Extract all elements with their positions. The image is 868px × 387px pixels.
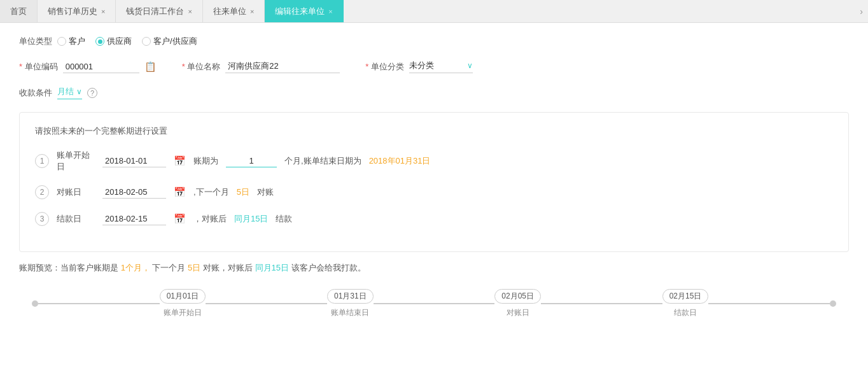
tab-edit-partner-close[interactable]: ×	[328, 8, 332, 15]
step-3-desc-after: 结款	[276, 213, 292, 225]
tab-bar-more[interactable]: ›	[855, 0, 868, 22]
preview-period: 1个月，	[121, 263, 150, 272]
timeline-label-4: 结款日	[674, 307, 697, 318]
unit-category-field: 单位分类 未分类 ∨	[365, 60, 473, 73]
preview-suffix: 该客户会给我打款。	[291, 263, 366, 272]
tab-edit-partner[interactable]: 编辑往来单位 ×	[265, 0, 343, 22]
radio-both[interactable]: 客户/供应商	[142, 36, 197, 47]
step-1-label: 账单开始日	[57, 150, 95, 172]
timeline-node-4: 02月15日 结款日	[662, 289, 709, 318]
timeline: 01月01日 账单开始日 01月31日 账单结束日 02月05日 对账日 02月…	[19, 289, 849, 318]
tab-sales-history-close[interactable]: ×	[101, 8, 105, 15]
unit-code-label: 单位编码	[19, 61, 58, 73]
timeline-label-1: 账单开始日	[164, 307, 202, 318]
timeline-seg-5	[708, 303, 830, 304]
step-2-desc-before: ,下一个月	[193, 186, 229, 198]
tab-home-label: 首页	[10, 6, 27, 17]
tab-cash-work-label: 钱货日清工作台	[126, 6, 184, 17]
radio-supplier[interactable]: 供应商	[95, 36, 132, 47]
timeline-badge-3: 02月05日	[494, 289, 541, 304]
step-1-num: 1	[35, 154, 49, 168]
unit-type-label: 单位类型	[19, 36, 52, 47]
tab-cash-work-close[interactable]: ×	[188, 8, 192, 15]
tab-partner-unit-close[interactable]: ×	[250, 8, 254, 15]
period-input[interactable]	[226, 155, 277, 167]
timeline-seg-4	[541, 303, 662, 304]
unit-category-dropdown[interactable]: 未分类 ∨	[409, 60, 473, 73]
step-1-cal-icon[interactable]: 📅	[174, 155, 186, 167]
tab-partner-unit[interactable]: 往来单位 ×	[203, 0, 265, 22]
help-icon[interactable]: ?	[87, 88, 97, 98]
step-3-highlight: 同月15日	[234, 213, 268, 225]
preview-mid: 下一个月	[152, 263, 185, 272]
unit-info-row: 单位编码 📋 单位名称 单位分类 未分类 ∨	[19, 60, 849, 73]
step-1-desc-before: 账期为	[193, 155, 218, 167]
main-content: 单位类型 客户 供应商 客户/供应商 单位编码 📋	[0, 23, 868, 387]
preview-day5: 5日	[188, 263, 200, 272]
tab-edit-partner-label: 编辑往来单位	[275, 6, 325, 17]
timeline-badge-1: 01月01日	[160, 289, 206, 304]
timeline-seg-3	[374, 303, 495, 304]
unit-category-value: 未分类	[409, 60, 465, 71]
preview-reconcile: 对账，对账后	[203, 263, 253, 272]
step-2-desc-after: 对账	[257, 186, 274, 198]
timeline-node-2: 01月31日 账单结束日	[327, 289, 374, 318]
step-2-date[interactable]	[102, 186, 166, 199]
step-2-cal-icon[interactable]: 📅	[174, 186, 186, 198]
unit-type-field: 单位类型 客户 供应商 客户/供应商	[19, 36, 197, 47]
timeline-seg-1	[38, 303, 160, 304]
timeline-label-3: 对账日	[507, 307, 529, 318]
payment-select[interactable]: 月结 ∨	[57, 86, 82, 99]
step-3-cal-icon[interactable]: 📅	[174, 213, 186, 225]
unit-name-field: 单位名称	[182, 60, 340, 73]
radio-group: 客户 供应商 客户/供应商	[57, 36, 197, 47]
timeline-badge-2: 01月31日	[327, 289, 374, 304]
step-3-label: 结款日	[57, 213, 95, 225]
payment-chevron: ∨	[76, 87, 82, 96]
payment-row: 收款条件 月结 ∨ ?	[19, 86, 849, 99]
step-2-num: 2	[35, 185, 49, 199]
step-1-desc-after: 个月,账单结束日期为	[284, 155, 361, 167]
tab-home[interactable]: 首页	[0, 0, 38, 22]
step-2-label: 对账日	[57, 186, 95, 198]
radio-both-circle	[142, 37, 151, 46]
step-3-row: 3 结款日 📅 ，对账后 同月15日 结款	[35, 212, 833, 226]
timeline-end-dot	[830, 300, 836, 307]
tab-sales-history-label: 销售订单历史	[48, 6, 97, 17]
step-3-num: 3	[35, 212, 49, 226]
radio-both-label: 客户/供应商	[153, 36, 197, 47]
payment-field: 收款条件 月结 ∨ ?	[19, 86, 97, 99]
tab-sales-history[interactable]: 销售订单历史 ×	[38, 0, 116, 22]
unit-category-label: 单位分类	[365, 61, 404, 73]
unit-code-input[interactable]	[63, 60, 139, 73]
timeline-seg-2	[206, 303, 327, 304]
step-1-end-date: 2018年01月31日	[369, 155, 431, 167]
tab-partner-unit-label: 往来单位	[213, 6, 246, 17]
preview-prefix: 账期预览：当前客户账期是	[19, 263, 118, 272]
payment-value: 月结	[57, 86, 74, 97]
unit-code-icon[interactable]: 📋	[144, 61, 157, 73]
preview-section: 账期预览：当前客户账期是 1个月， 下一个月 5日 对账，对账后 同月15日 该…	[19, 262, 849, 274]
unit-name-input[interactable]	[225, 60, 340, 73]
timeline-badge-4: 02月15日	[662, 289, 709, 304]
timeline-start-dot	[32, 300, 38, 307]
unit-category-chevron: ∨	[467, 61, 473, 70]
card-section: 请按照未来的一个完整帐期进行设置 1 账单开始日 📅 账期为 个月,账单结束日期…	[19, 112, 849, 252]
unit-type-row: 单位类型 客户 供应商 客户/供应商	[19, 36, 849, 47]
step-3-desc-before: ，对账后	[193, 213, 227, 225]
tab-cash-work[interactable]: 钱货日清工作台 ×	[116, 0, 202, 22]
radio-customer[interactable]: 客户	[57, 36, 85, 47]
step-2-row: 2 对账日 📅 ,下一个月 5日 对账	[35, 185, 833, 199]
step-2-highlight: 5日	[237, 186, 249, 198]
step-1-date[interactable]	[102, 155, 166, 167]
radio-customer-label: 客户	[69, 36, 85, 47]
card-title: 请按照未来的一个完整帐期进行设置	[35, 125, 833, 137]
unit-name-label: 单位名称	[182, 61, 221, 73]
unit-code-field: 单位编码 📋	[19, 60, 157, 73]
step-3-date[interactable]	[102, 213, 166, 225]
radio-supplier-circle	[95, 37, 104, 46]
payment-label: 收款条件	[19, 87, 52, 99]
radio-customer-circle	[57, 37, 66, 46]
timeline-label-2: 账单结束日	[331, 307, 369, 318]
tab-bar: 首页 销售订单历史 × 钱货日清工作台 × 往来单位 × 编辑往来单位 × ›	[0, 0, 868, 23]
